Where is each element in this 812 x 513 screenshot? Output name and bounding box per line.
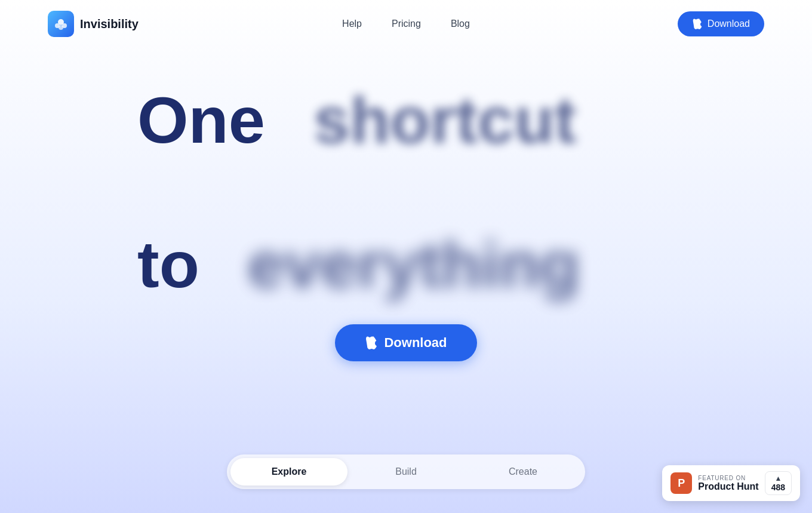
hero-download-label: Download bbox=[384, 335, 447, 351]
nav-help[interactable]: Help bbox=[342, 19, 362, 29]
hero-title: One shortcut to everything bbox=[137, 84, 675, 300]
nav-download-label: Download bbox=[708, 19, 750, 29]
apple-icon bbox=[692, 19, 703, 29]
hero-line2-blurred: everything bbox=[248, 228, 580, 300]
navbar: Invisibility Help Pricing Blog Download bbox=[0, 0, 812, 48]
logo-text: Invisibility bbox=[80, 17, 139, 31]
product-hunt-badge[interactable]: P FEATURED ON Product Hunt ▲ 488 bbox=[662, 465, 800, 501]
ph-logo-letter: P bbox=[678, 477, 685, 490]
hero-section: One shortcut to everything Download bbox=[0, 48, 812, 361]
ph-text: FEATURED ON Product Hunt bbox=[698, 475, 758, 492]
product-hunt-logo: P bbox=[670, 472, 692, 494]
hero-line1-clear: One bbox=[137, 84, 265, 156]
tab-build[interactable]: Build bbox=[347, 458, 465, 486]
tabs: Explore Build Create bbox=[227, 454, 585, 489]
tab-create[interactable]: Create bbox=[465, 458, 582, 486]
nav-download-button[interactable]: Download bbox=[678, 11, 764, 36]
hero-line2-clear: to bbox=[137, 228, 199, 300]
ph-featured-label: FEATURED ON bbox=[698, 475, 758, 481]
nav-pricing[interactable]: Pricing bbox=[392, 19, 421, 29]
ph-vote-count: 488 bbox=[771, 483, 785, 492]
nav-links: Help Pricing Blog bbox=[342, 19, 470, 29]
svg-point-3 bbox=[59, 25, 63, 30]
ph-name: Product Hunt bbox=[698, 481, 758, 492]
hero-apple-icon bbox=[365, 336, 378, 349]
nav-blog[interactable]: Blog bbox=[451, 19, 470, 29]
ph-arrow-icon: ▲ bbox=[774, 474, 782, 483]
tab-explore[interactable]: Explore bbox=[230, 458, 347, 486]
hero-cta: Download bbox=[335, 324, 476, 361]
hero-line1-blurred: shortcut bbox=[313, 84, 576, 156]
hero-download-button[interactable]: Download bbox=[335, 324, 476, 361]
logo-icon bbox=[48, 11, 74, 37]
ph-votes-container: ▲ 488 bbox=[765, 471, 792, 495]
logo[interactable]: Invisibility bbox=[48, 11, 139, 37]
tabs-container: Explore Build Create bbox=[227, 454, 585, 489]
